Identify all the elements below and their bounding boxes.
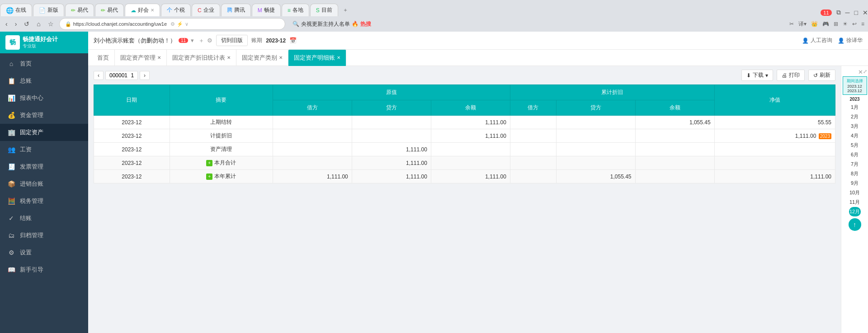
translate-icon[interactable]: 译▾ xyxy=(798,20,807,28)
browser-tab-changjie[interactable]: M 畅捷 xyxy=(252,4,281,16)
add-account-icon[interactable]: ＋ xyxy=(198,37,204,45)
sidebar-label-settings: 设置 xyxy=(20,249,32,257)
menu-icon[interactable]: ≡ xyxy=(861,21,864,27)
cell-net-4 xyxy=(714,156,835,170)
sidebar-item-archive[interactable]: 🗂 归档管理 xyxy=(0,227,88,244)
page-tab-close-dep-stats[interactable]: ✕ xyxy=(227,55,231,60)
month-5-button[interactable]: 5月 xyxy=(849,141,861,150)
browser-tab-haohui[interactable]: ☁ 好会 ✕ xyxy=(125,4,160,16)
scroll-top-button[interactable]: ↑ xyxy=(849,218,861,231)
month-11-button[interactable]: 11月 xyxy=(849,197,861,207)
hot-search-label[interactable]: 热搜 xyxy=(360,20,371,28)
period-selector-title: 期间选择 xyxy=(844,78,865,84)
user-profile-button[interactable]: 👤 徐译华 xyxy=(838,37,863,44)
refresh-icon: ↺ xyxy=(813,72,818,79)
table-container: 日期 摘要 原值 累计折旧 净值 借方 贷方 余额 借方 xyxy=(94,84,835,329)
page-tab-detail-ledger[interactable]: 固定资产明细账 ✕ xyxy=(288,50,346,66)
page-tab-close-category[interactable]: ✕ xyxy=(279,55,283,60)
print-button[interactable]: 🖨 打印 xyxy=(777,70,805,81)
home-button[interactable]: ⌂ xyxy=(35,19,42,28)
expand-panel-icon[interactable]: ⤢ xyxy=(863,69,867,75)
gamepad-icon[interactable]: 🎮 xyxy=(822,21,829,27)
calendar-icon[interactable]: 📅 xyxy=(289,37,297,44)
sidebar-item-tax[interactable]: 🧮 税务管理 xyxy=(0,192,88,210)
settings-small-icon[interactable]: ⚙ xyxy=(207,37,212,44)
extensions-icon[interactable]: ⧉ xyxy=(836,9,841,16)
month-7-button[interactable]: 7月 xyxy=(849,159,861,169)
sidebar-item-home[interactable]: ⌂ 首页 xyxy=(0,55,88,72)
table-row: 2023-12 上期结转 1,111.00 1,055.45 55.55 xyxy=(94,116,835,129)
cut-icon[interactable]: ✂ xyxy=(789,21,794,27)
page-tab-close-detail[interactable]: ✕ xyxy=(337,55,340,60)
browser-tab-gedi[interactable]: ≡ 各地 xyxy=(282,4,309,16)
grid-icon[interactable]: ⊞ xyxy=(834,21,838,27)
browser-tab-tengxun[interactable]: 腾 腾讯 xyxy=(221,4,251,16)
minimize-icon[interactable]: ─ xyxy=(845,9,850,16)
browser-tab-online[interactable]: 🌐 在线 xyxy=(0,4,32,16)
undo-icon[interactable]: ↩ xyxy=(852,21,857,27)
month-2-button[interactable]: 2月 xyxy=(849,112,861,122)
brightness-icon[interactable]: ☀ xyxy=(843,21,848,27)
switch-version-button[interactable]: 切到旧版 xyxy=(216,35,248,46)
browser-tab-yidai2[interactable]: ✏ 易代 xyxy=(95,4,124,16)
refresh-button[interactable]: ↺ 刷新 xyxy=(808,70,835,81)
next-page-button[interactable]: › xyxy=(140,71,150,80)
sidebar-item-closing[interactable]: ✓ 结账 xyxy=(0,210,88,227)
sidebar-item-funds[interactable]: 💰 资金管理 xyxy=(0,107,88,124)
search-text: 央视更新主持人名单 xyxy=(301,20,350,28)
refresh-label: 刷新 xyxy=(820,71,830,79)
period-selector-panel: 期间选择 2023.12 2023.12 xyxy=(843,76,867,95)
back-button[interactable]: ‹ xyxy=(4,19,9,28)
sidebar-item-sales[interactable]: 📦 进销台账 xyxy=(0,175,88,192)
dropdown-icon[interactable]: ▾ xyxy=(191,37,194,44)
sidebar-item-guide[interactable]: 📖 新手引导 xyxy=(0,261,88,278)
month-10-button[interactable]: 10月 xyxy=(849,188,861,197)
sidebar-item-settings[interactable]: ⚙ 设置 xyxy=(0,244,88,261)
download-button[interactable]: ⬇ 下载 ▾ xyxy=(741,70,773,81)
page-tab-fixed-assets-mgmt[interactable]: 固定资产管理 ✕ xyxy=(115,50,167,66)
close-window-icon[interactable]: ✕ xyxy=(863,9,868,16)
sidebar-item-ledger[interactable]: 📋 总账 xyxy=(0,72,88,89)
cell-net-2: 1,111.00 2023 xyxy=(714,129,835,143)
sidebar-item-fixed-assets[interactable]: 🏢 固定资产 xyxy=(0,124,88,141)
user-icon: 👤 xyxy=(838,38,844,44)
cell-summary-4: +本月合计 xyxy=(170,156,273,170)
month-1-button[interactable]: 1月 xyxy=(849,103,861,112)
topbar: 刘小艳演示账套（勿删勿动！） 11 ▾ ＋ ⚙ 切到旧版 账期 2023-12 … xyxy=(88,32,868,50)
browser-tab-new[interactable]: 📄 新版 xyxy=(33,4,64,16)
bookmark-button[interactable]: ☆ xyxy=(46,19,56,28)
month-6-button[interactable]: 6月 xyxy=(849,150,861,159)
sidebar: 畅 畅捷通好会计 专业版 ⌂ 首页 📋 总账 📊 报表中心 💰 资金管理 xyxy=(0,32,88,333)
extension1-icon[interactable]: 👑 xyxy=(811,21,818,27)
sidebar-item-reports[interactable]: 📊 报表中心 xyxy=(0,89,88,107)
cell-net-3 xyxy=(714,143,835,156)
prev-page-button[interactable]: ‹ xyxy=(94,71,104,80)
month-12-button[interactable]: 12月 xyxy=(849,207,861,216)
cell-summary-1: 上期结转 xyxy=(170,116,273,129)
forward-button[interactable]: › xyxy=(13,19,19,28)
browser-tab-mubiao[interactable]: S 目前 xyxy=(310,4,338,16)
address-input[interactable]: 🔒 https://cloud.chanjet.com/accounting/u… xyxy=(59,18,285,30)
month-9-button[interactable]: 9月 xyxy=(849,178,861,188)
tab-close-haohui[interactable]: ✕ xyxy=(151,8,154,13)
close-panel-icon[interactable]: ✕ xyxy=(858,69,863,75)
page-tab-depreciation-stats[interactable]: 固定资产折旧统计表 ✕ xyxy=(167,50,236,66)
page-tab-asset-category[interactable]: 固定资产类别 ✕ xyxy=(236,50,288,66)
month-4-button[interactable]: 4月 xyxy=(849,131,861,141)
maximize-icon[interactable]: □ xyxy=(854,9,858,16)
browser-tab-qiye[interactable]: C 企业 xyxy=(192,4,220,16)
page-tab-close-mgmt[interactable]: ✕ xyxy=(157,55,161,60)
browser-tab-geshui[interactable]: 个 个税 xyxy=(161,4,191,16)
tax-icon: 🧮 xyxy=(7,197,15,205)
reload-button[interactable]: ↺ xyxy=(22,19,31,28)
page-tab-home[interactable]: 首页 xyxy=(92,50,115,66)
cell-orig-debit-2 xyxy=(273,129,352,143)
browser-tab-yidai1[interactable]: ✏ 易代 xyxy=(65,4,94,16)
browser-notification-badge[interactable]: 11 xyxy=(821,9,831,16)
month-8-button[interactable]: 8月 xyxy=(849,169,861,178)
month-3-button[interactable]: 3月 xyxy=(849,122,861,131)
sidebar-item-payroll[interactable]: 👥 工资 xyxy=(0,141,88,158)
sidebar-item-invoice[interactable]: 🧾 发票管理 xyxy=(0,158,88,175)
customer-service-button[interactable]: 👤 人工咨询 xyxy=(802,37,832,44)
new-tab-button[interactable]: ＋ xyxy=(339,4,352,16)
